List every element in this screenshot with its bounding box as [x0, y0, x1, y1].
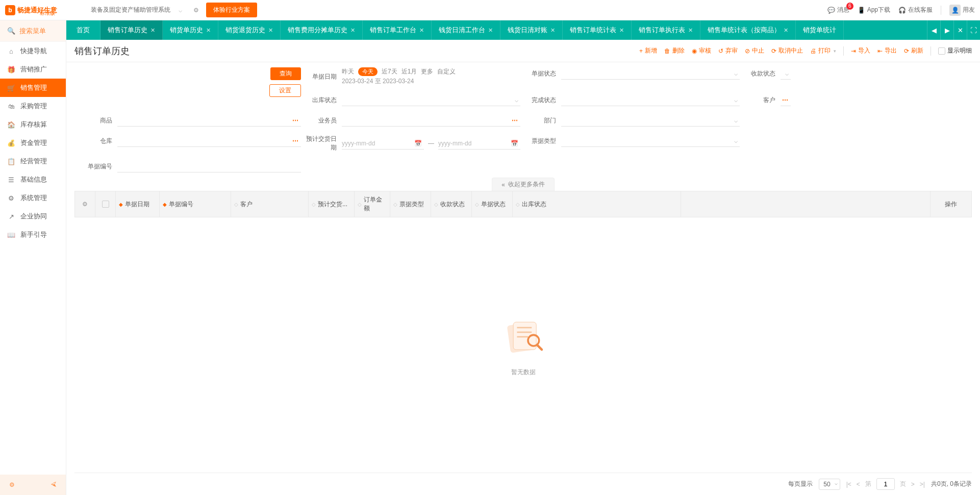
collapse-filters-button[interactable]: «收起更多条件	[492, 178, 555, 191]
filter-dept[interactable]: 部门⌵	[520, 114, 740, 127]
sidebar-item-operations[interactable]: 📋经营管理	[0, 152, 66, 170]
col-doc-num[interactable]: ◆单据编号	[160, 191, 231, 217]
gear-icon[interactable]: ⚙	[9, 481, 15, 488]
sidebar-item-guide[interactable]: 📖新手引导	[0, 226, 66, 244]
add-button[interactable]: +新增	[639, 46, 657, 55]
trial-button[interactable]: 体验行业方案	[206, 3, 257, 17]
tab-sales-return-history[interactable]: 销货退货历史✕	[218, 20, 281, 40]
tab-sales-order-workbench[interactable]: 销售订单工作台✕	[363, 20, 432, 40]
col-invoice-type[interactable]: ◇票据类型	[390, 191, 431, 217]
tab-sales-order-exec[interactable]: 销售订单执行表✕	[632, 20, 700, 40]
sidebar-item-marketing[interactable]: 🎁营销推广	[0, 60, 66, 79]
page-input[interactable]	[876, 478, 895, 490]
system-name: 装备及固定资产辅助管理系统	[91, 6, 170, 14]
collapse-icon[interactable]: ⮘	[51, 481, 57, 488]
date-range-tabs[interactable]: 昨天 今天 近7天 近1月 更多 自定义	[342, 67, 456, 76]
fullscreen-button[interactable]: ⛶	[967, 20, 980, 40]
select-all-checkbox[interactable]	[95, 191, 116, 217]
page-first-button[interactable]: |<	[846, 481, 851, 488]
tabs-close-all[interactable]: ✕	[953, 20, 967, 40]
unstop-button[interactable]: ⟳取消中止	[771, 46, 803, 55]
sidebar-bottom: ⚙ ⮘	[0, 475, 66, 495]
filter-warehouse[interactable]: 仓库⋯	[77, 135, 301, 147]
close-icon[interactable]: ✕	[550, 27, 555, 34]
sidebar-item-sales[interactable]: 🛒销售管理	[0, 79, 66, 97]
tab-sales-doc-history[interactable]: 销货单历史✕	[163, 20, 218, 40]
more-icon[interactable]: ⋯	[292, 117, 299, 124]
sidebar-item-basedata[interactable]: ☰基础信息	[0, 170, 66, 189]
col-delivery-date[interactable]: ◇预计交货...	[309, 191, 355, 217]
close-icon[interactable]: ✕	[619, 27, 624, 34]
tab-sales-fee-alloc-history[interactable]: 销售费用分摊单历史✕	[281, 20, 363, 40]
messages-button[interactable]: 💬 消息 6	[827, 6, 849, 14]
export-button[interactable]: ⇤导出	[877, 46, 897, 55]
tab-daily-clear-workbench[interactable]: 钱货日清工作台✕	[432, 20, 500, 40]
filter-invoice-type[interactable]: 票据类型⌵	[520, 135, 740, 147]
tab-sales-order-history[interactable]: 销售订单历史✕	[100, 20, 163, 40]
delete-button[interactable]: 🗑删除	[664, 46, 685, 55]
show-detail-checkbox[interactable]: 显示明细	[938, 46, 972, 55]
date-today-pill[interactable]: 今天	[358, 67, 378, 76]
col-customer[interactable]: ◇客户	[231, 191, 309, 217]
more-icon[interactable]: ⋯	[512, 117, 518, 124]
close-icon[interactable]: ✕	[488, 27, 493, 34]
gear-icon[interactable]: ⚙	[193, 7, 199, 14]
refresh-button[interactable]: ⟳刷新	[904, 46, 923, 55]
sidebar-search[interactable]: 🔍 搜索菜单	[0, 20, 66, 42]
tab-sales-doc-stats-product[interactable]: 销售单统计表（按商品）✕	[700, 20, 796, 40]
page-next-button[interactable]: >	[911, 481, 915, 488]
audit-button[interactable]: ◉审核	[692, 46, 711, 55]
close-icon[interactable]: ✕	[688, 27, 693, 34]
sidebar-item-funds[interactable]: 💰资金管理	[0, 134, 66, 152]
close-icon[interactable]: ✕	[268, 27, 273, 34]
query-button[interactable]: 查询	[270, 67, 301, 80]
sidebar-item-purchase[interactable]: 🛍采购管理	[0, 97, 66, 115]
col-out-status[interactable]: ◇出库状态	[513, 191, 681, 217]
per-page-select[interactable]: 50	[819, 479, 840, 490]
page-last-button[interactable]: >|	[920, 481, 925, 488]
filter-salesman[interactable]: 业务员⋯	[301, 114, 520, 127]
tab-sales-doc-stats[interactable]: 销货单统计	[796, 20, 844, 40]
online-service-button[interactable]: 🎧 在线客服	[898, 6, 933, 14]
print-button[interactable]: 🖨打印▾	[810, 46, 836, 55]
close-icon[interactable]: ✕	[206, 27, 211, 34]
filter-product[interactable]: 商品⋯	[77, 114, 301, 127]
close-icon[interactable]: ✕	[419, 27, 424, 34]
plan-date-to[interactable]: yyyy-mm-dd📅	[438, 137, 520, 150]
tabs-scroll-right[interactable]: ▶	[940, 20, 953, 40]
filter-finish-status[interactable]: 完成状态⌵	[520, 94, 740, 106]
col-pay-status[interactable]: ◇收款状态	[431, 191, 472, 217]
more-icon[interactable]: ⋯	[292, 137, 299, 144]
filter-pay-status[interactable]: 收款状态⌵	[740, 67, 791, 80]
settings-button[interactable]: 设置	[269, 84, 301, 97]
stop-button[interactable]: ⊘中止	[745, 46, 764, 55]
table-settings-button[interactable]: ⚙	[75, 191, 95, 217]
user-menu[interactable]: 👤 用友	[949, 5, 975, 16]
close-icon[interactable]: ✕	[150, 27, 155, 34]
sidebar-item-system[interactable]: ⚙系统管理	[0, 189, 66, 207]
system-selector[interactable]: 装备及固定资产辅助管理系统 ⌵ ⚙	[91, 6, 199, 14]
plus-icon: +	[639, 47, 643, 55]
sidebar-item-quicknav[interactable]: ⌂快捷导航	[0, 42, 66, 60]
close-icon[interactable]: ✕	[784, 27, 788, 34]
tab-daily-clear-recon[interactable]: 钱货日清对账✕	[500, 20, 563, 40]
close-icon[interactable]: ✕	[350, 27, 355, 34]
more-icon[interactable]: ⋯	[782, 96, 789, 104]
sidebar-item-inventory[interactable]: 🏠库存核算	[0, 115, 66, 134]
filter-customer[interactable]: 客户⋯	[740, 94, 791, 106]
discard-button[interactable]: ↺弃审	[718, 46, 738, 55]
filter-doc-no[interactable]: 单据编号	[77, 160, 301, 172]
page-prev-button[interactable]: <	[857, 481, 860, 488]
tab-sales-order-stats[interactable]: 销售订单统计表✕	[563, 20, 632, 40]
import-button[interactable]: ⇥导入	[851, 46, 870, 55]
tabs-scroll-left[interactable]: ◀	[927, 20, 940, 40]
col-doc-status[interactable]: ◇单据状态	[472, 191, 513, 217]
app-download-button[interactable]: 📱 App下载	[858, 6, 890, 14]
filter-out-status[interactable]: 出库状态⌵	[301, 94, 520, 106]
tab-home[interactable]: 首页	[66, 20, 100, 40]
col-doc-date[interactable]: ◆单据日期	[116, 191, 160, 217]
plan-date-from[interactable]: yyyy-mm-dd📅	[342, 137, 424, 150]
filter-doc-status[interactable]: 单据状态⌵	[520, 67, 740, 80]
sidebar-item-enterprise[interactable]: ↗企业协同	[0, 207, 66, 226]
col-amount[interactable]: ◇订单金额	[355, 191, 390, 217]
